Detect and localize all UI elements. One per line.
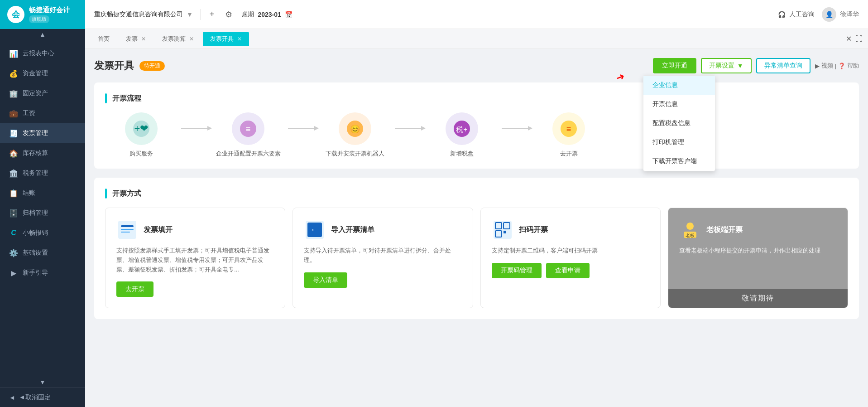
sidebar-item-fund[interactable]: 💰 资金管理 xyxy=(0,63,85,83)
dropdown-item-printer[interactable]: 打印机管理 xyxy=(643,133,715,152)
sidebar-item-salary[interactable]: 💼 工资 xyxy=(0,103,85,123)
billing-section-title: 开票方式 xyxy=(112,189,141,199)
header-period: 账期 2023-01 📅 xyxy=(241,10,292,19)
tabs-bar: 首页 发票 ✕ 发票测算 ✕ 发票开具 ✕ ✕ ⛶ xyxy=(85,29,868,49)
company-dropdown-icon: ▼ xyxy=(187,11,193,18)
dropdown-item-tax-config[interactable]: 配置税盘信息 xyxy=(643,114,715,133)
sidebar-item-invoice[interactable]: 🧾 发票管理 xyxy=(0,123,85,143)
billing-accent-bar xyxy=(105,189,107,199)
svg-text:老板: 老板 xyxy=(686,233,695,238)
page-title-row: 发票开具 待开通 xyxy=(94,59,165,73)
flow-step-5-label: 去开票 xyxy=(560,150,578,158)
logo-text: 畅捷通好会计 旗舰版 xyxy=(29,6,70,23)
svg-rect-11 xyxy=(121,225,134,227)
flow-arrow-1 xyxy=(177,128,212,129)
flow-arrow-3 xyxy=(391,128,426,129)
avatar: 👤 xyxy=(822,7,836,22)
main-content: 发票开具 待开通 立即开通 开票设置 ▼ ➜ 企业信息 开票信息 xyxy=(85,49,868,407)
flow-step-1-icon: +❤ xyxy=(125,112,158,145)
dropdown-item-company-info[interactable]: 企业信息 xyxy=(643,76,715,95)
header: 重庆畅捷交通信息咨询有限公司 ▼ + ⚙ 账期 2023-01 📅 🎧 人工咨询… xyxy=(85,0,868,29)
flow-step-1: +❤ 购买服务 xyxy=(105,112,177,158)
tab-actions: ✕ ⛶ xyxy=(846,34,863,43)
sidebar-item-fixed-asset[interactable]: 🏢 固定资产 xyxy=(0,83,85,103)
billing-section-header: 开票方式 xyxy=(105,189,848,199)
invoice-icon: 🧾 xyxy=(9,129,18,138)
sidebar-item-inventory[interactable]: 🏠 库存核算 xyxy=(0,143,85,163)
dropdown-item-invoice-info[interactable]: 开票信息 xyxy=(643,95,715,114)
fill-invoice-icon xyxy=(116,219,138,241)
import-invoice-icon: ← xyxy=(304,219,326,241)
settings-dropdown-container: 开票设置 ▼ ➜ 企业信息 开票信息 配置税盘信息 xyxy=(701,58,752,73)
boss-invoice-icon: 老板 xyxy=(679,219,701,241)
tab-invoice-test[interactable]: 发票测算 ✕ xyxy=(155,32,201,46)
consult-btn[interactable]: 🎧 人工咨询 xyxy=(778,10,815,19)
settings-button[interactable]: ⚙ xyxy=(223,8,234,21)
tab-close-window-button[interactable]: ✕ xyxy=(846,34,852,43)
calendar-icon[interactable]: 📅 xyxy=(285,11,293,18)
sidebar-pin-toggle[interactable]: ◄ ◄取消固定 xyxy=(0,388,85,407)
flow-step-2: ≡ 企业开通配置开票六要素 xyxy=(212,112,284,158)
page-title: 发票开具 xyxy=(94,59,134,73)
cloud-report-icon: 📊 xyxy=(9,49,18,58)
settings-icon: ⚙️ xyxy=(9,248,18,257)
status-badge: 待开通 xyxy=(139,61,165,71)
sidebar-logo: 会 畅捷通好会计 旗舰版 xyxy=(0,0,85,29)
sidebar-item-settings[interactable]: ⚙️ 基础设置 xyxy=(0,243,85,263)
tab-invoice-test-close[interactable]: ✕ xyxy=(189,36,194,42)
section-accent-bar xyxy=(105,93,107,103)
svg-point-22 xyxy=(686,223,694,230)
flow-section-header: 开票流程 xyxy=(105,93,848,103)
fill-invoice-button[interactable]: 去开票 xyxy=(116,281,153,297)
tab-maximize-button[interactable]: ⛶ xyxy=(855,34,863,43)
view-application-button[interactable]: 查看申请 xyxy=(546,263,590,278)
svg-text:税+: 税+ xyxy=(456,126,467,133)
logo-icon: 会 xyxy=(7,6,24,23)
activate-button[interactable]: 立即开通 xyxy=(653,58,696,73)
tab-invoice-open[interactable]: 发票开具 ✕ xyxy=(203,32,249,46)
chevron-down-icon: ▼ xyxy=(737,62,743,69)
dropdown-item-download[interactable]: 下载开票客户端 xyxy=(643,152,715,171)
import-list-button[interactable]: 导入清单 xyxy=(304,272,347,288)
sidebar-item-guide[interactable]: ▶ 新手引导 xyxy=(0,263,85,283)
exception-list-button[interactable]: 异常清单查询 xyxy=(756,58,810,73)
qr-manage-button[interactable]: 开票码管理 xyxy=(492,263,542,278)
sidebar-item-tax[interactable]: 🏛️ 税务管理 xyxy=(0,163,85,183)
scroll-up-arrow[interactable]: ▲ xyxy=(0,29,85,40)
guide-icon: ▶ xyxy=(9,268,18,277)
help-links[interactable]: ▶ 视频 | ❓ 帮助 xyxy=(815,62,859,70)
fill-invoice-desc: 支持按照发票样式手工填开发票；可开具增值税电子普通发票、增值税普通发票、增值税专… xyxy=(116,246,274,274)
sidebar-item-xiaochang[interactable]: C 小畅报销 xyxy=(0,223,85,243)
fill-invoice-title: 发票填开 xyxy=(144,225,173,235)
sidebar: 会 畅捷通好会计 旗舰版 ▲ 📊 云报表中心 💰 资金管理 🏢 固定资产 💼 工… xyxy=(0,0,85,407)
sidebar-item-account[interactable]: 📋 结账 xyxy=(0,183,85,203)
tax-icon: 🏛️ xyxy=(9,169,18,178)
tab-invoice-close[interactable]: ✕ xyxy=(141,36,146,42)
flow-step-3-icon: 😊 xyxy=(339,112,371,145)
flow-step-5-icon: ≡ xyxy=(552,112,585,145)
billing-card-import-header: ← 导入开票清单 xyxy=(304,219,461,241)
xiaochang-icon: C xyxy=(9,228,18,237)
sidebar-item-cloud-report[interactable]: 📊 云报表中心 xyxy=(0,44,85,63)
sidebar-item-archive[interactable]: 🗄️ 归档管理 xyxy=(0,203,85,223)
tab-invoice[interactable]: 发票 ✕ xyxy=(119,32,153,46)
billing-card-scan: 扫码开票 支持定制开票二维码，客户端可扫码开票 开票码管理 查看申请 xyxy=(480,208,661,308)
flow-arrow-2 xyxy=(284,128,319,129)
headset-icon: 🎧 xyxy=(778,11,786,18)
tab-home[interactable]: 首页 xyxy=(91,32,117,46)
play-icon: ▶ xyxy=(815,63,820,69)
scroll-down-arrow[interactable]: ▼ xyxy=(0,377,85,388)
add-company-button[interactable]: + xyxy=(208,8,216,21)
flow-step-5: ≡ 去开票 xyxy=(532,112,605,158)
company-selector[interactable]: 重庆畅捷交通信息咨询有限公司 ▼ xyxy=(94,10,193,19)
svg-text:≡: ≡ xyxy=(246,125,251,134)
pin-icon: ◄ xyxy=(9,394,15,401)
import-invoice-title: 导入开票清单 xyxy=(331,225,374,235)
invoice-settings-button[interactable]: 开票设置 ▼ xyxy=(701,58,752,73)
scan-invoice-icon xyxy=(492,219,513,241)
user-profile[interactable]: 👤 徐泽华 xyxy=(822,7,859,22)
avatar-icon: 👤 xyxy=(825,11,833,18)
flow-steps: +❤ 购买服务 ≡ 企业开通配置开票六要素 xyxy=(105,112,848,158)
svg-rect-13 xyxy=(121,232,130,233)
tab-invoice-open-close[interactable]: ✕ xyxy=(237,36,242,42)
